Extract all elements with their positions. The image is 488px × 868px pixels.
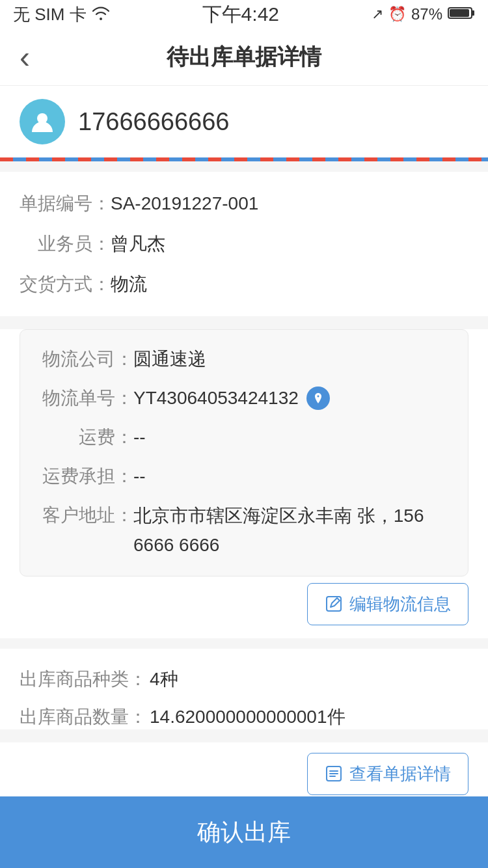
view-detail-label: 查看单据详情 — [349, 763, 451, 785]
freight-label: 运费： — [36, 424, 133, 451]
tracking-value: YT43064053424132 — [133, 385, 452, 412]
status-bar: 无 SIM 卡 下午4:42 ↗ ⏰ 87% — [0, 0, 488, 29]
status-time: 下午4:42 — [202, 1, 279, 28]
goods-quantity-value: 14.620000000000001件 — [150, 705, 346, 729]
content: 17666666666 单据编号： SA-20191227-001 业务员： 曾… — [0, 86, 488, 868]
alarm-icon: ⏰ — [388, 6, 406, 23]
track-location-icon[interactable] — [306, 387, 330, 410]
customer-address-row: 客户地址： 北京市市辖区海淀区永丰南 张，156 6666 6666 — [36, 502, 452, 560]
logistics-company-label: 物流公司： — [36, 346, 133, 373]
confirm-bar[interactable]: 确认出库 — [0, 796, 488, 868]
customer-header: 17666666666 — [0, 86, 488, 157]
page-title: 待出库单据详情 — [167, 42, 321, 72]
avatar — [20, 99, 65, 144]
edit-logistics-area: 编辑物流信息 — [0, 583, 488, 638]
svg-rect-2 — [450, 9, 469, 17]
customer-phone: 17666666666 — [78, 108, 229, 136]
tracking-label: 物流单号： — [36, 385, 133, 412]
confirm-button-label: 确认出库 — [197, 817, 291, 848]
status-right: ↗ ⏰ 87% — [372, 5, 475, 25]
battery-label: 87% — [411, 5, 442, 23]
customer-address-label: 客户地址： — [36, 502, 133, 529]
freight-row: 运费： -- — [36, 424, 452, 451]
goods-quantity-label: 出库商品数量： — [20, 705, 150, 729]
goods-quantity-row: 出库商品数量： 14.620000000000001件 — [20, 705, 468, 729]
back-button[interactable]: ‹ — [20, 42, 30, 73]
delivery-method-value: 物流 — [111, 271, 468, 298]
status-left: 无 SIM 卡 — [13, 3, 110, 26]
logistics-company-row: 物流公司： 圆通速递 — [36, 346, 452, 373]
order-info-section: 单据编号： SA-20191227-001 业务员： 曾凡杰 交货方式： 物流 — [0, 172, 488, 316]
sales-person-label: 业务员： — [20, 230, 111, 258]
svg-rect-1 — [472, 10, 474, 16]
edit-logistics-label: 编辑物流信息 — [349, 593, 451, 616]
tracking-row: 物流单号： YT43064053424132 — [36, 385, 452, 412]
order-number-row: 单据编号： SA-20191227-001 — [20, 190, 468, 217]
freight-value: -- — [133, 424, 146, 451]
customer-address-value: 北京市市辖区海淀区永丰南 张，156 6666 6666 — [133, 502, 452, 560]
carrier-label: 无 SIM 卡 — [13, 3, 87, 26]
location-status-icon: ↗ — [372, 6, 383, 23]
nav-bar: ‹ 待出库单据详情 — [0, 29, 488, 86]
battery-icon — [448, 5, 475, 25]
delivery-method-row: 交货方式： 物流 — [20, 271, 468, 298]
goods-types-value: 4种 — [150, 667, 178, 692]
sales-person-row: 业务员： 曾凡杰 — [20, 230, 468, 258]
freight-bearer-value: -- — [133, 463, 146, 490]
dashed-divider — [0, 157, 488, 161]
logistics-company-value: 圆通速递 — [133, 346, 452, 373]
goods-types-label: 出库商品种类： — [20, 667, 150, 692]
sales-person-value: 曾凡杰 — [111, 230, 468, 258]
section-separator-1 — [0, 638, 488, 649]
freight-bearer-row: 运费承担： -- — [36, 463, 452, 490]
edit-logistics-button[interactable]: 编辑物流信息 — [307, 583, 468, 625]
view-detail-button[interactable]: 查看单据详情 — [307, 753, 468, 795]
delivery-method-label: 交货方式： — [20, 271, 111, 298]
order-number-value: SA-20191227-001 — [111, 190, 468, 217]
logistics-card: 物流公司： 圆通速递 物流单号： YT43064053424132 运费： — [20, 329, 468, 576]
goods-section: 出库商品种类： 4种 出库商品数量： 14.620000000000001件 — [0, 649, 488, 729]
order-number-label: 单据编号： — [20, 190, 111, 217]
wifi-icon — [92, 5, 110, 25]
freight-bearer-label: 运费承担： — [36, 463, 133, 490]
goods-types-row: 出库商品种类： 4种 — [20, 667, 468, 692]
